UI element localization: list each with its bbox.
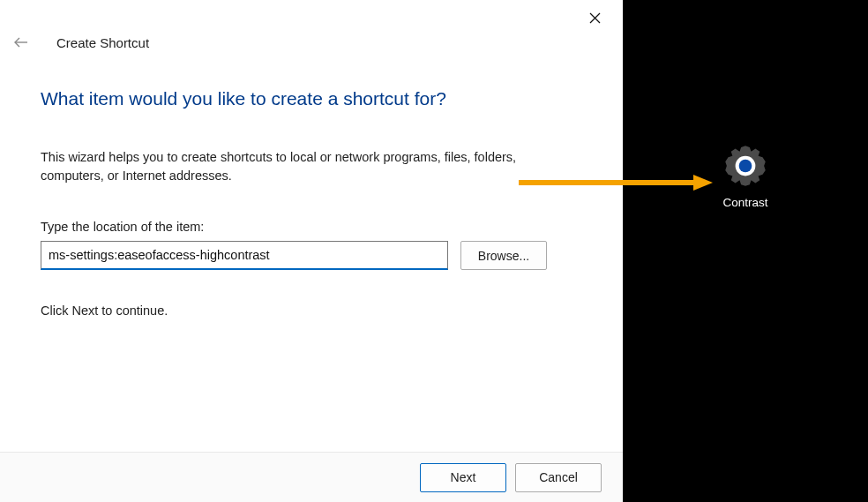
close-icon: [589, 12, 601, 24]
wizard-heading: What item would you like to create a sho…: [41, 88, 582, 109]
wizard-title: Create Shortcut: [56, 35, 149, 50]
browse-button[interactable]: Browse...: [460, 241, 547, 270]
wizard-content: What item would you like to create a sho…: [0, 53, 623, 452]
gear-icon: [722, 143, 768, 189]
desktop-shortcut-contrast[interactable]: Contrast: [706, 143, 785, 209]
wizard-header: Create Shortcut: [0, 0, 623, 53]
location-input[interactable]: [41, 241, 448, 270]
location-input-row: Browse...: [41, 241, 582, 270]
svg-point-4: [739, 160, 752, 173]
wizard-description: This wizard helps you to create shortcut…: [41, 148, 535, 184]
continue-hint: Click Next to continue.: [41, 303, 582, 318]
desktop-area: Contrast: [623, 0, 868, 502]
location-label: Type the location of the item:: [41, 220, 582, 234]
back-arrow-icon: [12, 34, 30, 51]
create-shortcut-wizard: Create Shortcut What item would you like…: [0, 0, 623, 502]
desktop-shortcut-label: Contrast: [722, 196, 767, 209]
wizard-footer: Next Cancel: [0, 452, 623, 502]
next-button[interactable]: Next: [420, 463, 506, 492]
close-button[interactable]: [582, 5, 607, 30]
cancel-button[interactable]: Cancel: [515, 463, 602, 492]
back-button[interactable]: [11, 32, 32, 53]
